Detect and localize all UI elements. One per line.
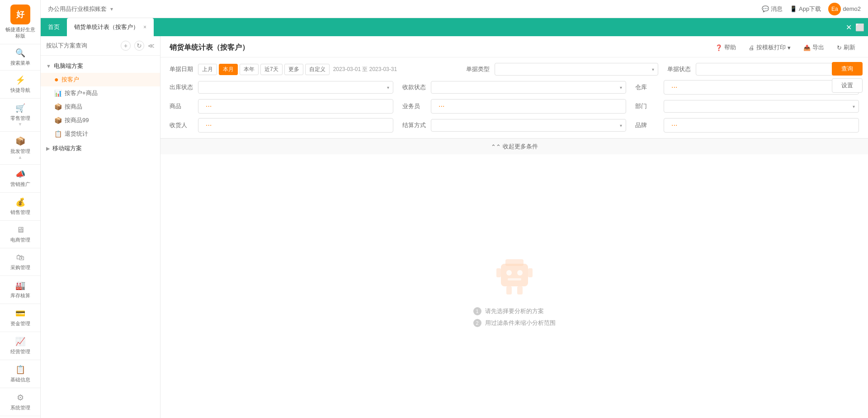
- salesperson-dots[interactable]: ···: [435, 101, 448, 111]
- payment-status-select[interactable]: ▾: [431, 81, 626, 94]
- sidebar-item-wholesale[interactable]: 📦 批发管理 ▲: [0, 132, 40, 165]
- shortcut-icon: ⚡: [15, 75, 25, 85]
- collapse-panel-button[interactable]: ≪: [148, 42, 155, 49]
- date-btn-custom[interactable]: 自定义: [305, 64, 330, 75]
- logo-text: 畅捷通好生意 标版: [5, 26, 35, 39]
- sidebar-item-system[interactable]: ⚙ 系统管理: [0, 388, 40, 416]
- sidebar-item-inventory[interactable]: 🏭 库存核算: [0, 276, 40, 304]
- department-arrow: ▾: [849, 104, 855, 109]
- message-icon: 💬: [762, 5, 769, 12]
- user-menu[interactable]: Ea demo2: [828, 3, 861, 15]
- tree-item-by-goods99[interactable]: 📦 按商品99: [41, 114, 160, 127]
- tree-item-by-goods[interactable]: 📦 按商品: [41, 100, 160, 114]
- maximize-icon[interactable]: ⬜: [855, 23, 864, 32]
- sidebar-item-retail[interactable]: 🛒 零售管理 ▼: [0, 99, 40, 132]
- settlement-arrow: ▾: [616, 123, 622, 128]
- sidebar: 好 畅捷通好生意 标版 🔍 搜索菜单 ⚡ 快捷导航 🛒 零售管理 ▼ 📦 批发管…: [0, 0, 41, 418]
- app-download-button[interactable]: 📱 App下载: [790, 5, 821, 13]
- close-window-icon[interactable]: ✕: [846, 23, 852, 32]
- payment-status-label: 收款状态: [402, 83, 427, 91]
- logo-icon: 好: [10, 5, 30, 24]
- filter-department: 部门 ▾: [635, 100, 859, 113]
- header-dropdown[interactable]: ▾: [110, 6, 113, 12]
- sidebar-item-shortcut[interactable]: ⚡ 快捷导航: [0, 71, 40, 99]
- filter-brand: 品牌 ···: [635, 118, 859, 133]
- sidebar-item-enterprise[interactable]: 🤝 企业协同: [0, 416, 40, 418]
- tree-item-by-customer[interactable]: ● 按客户: [41, 73, 160, 86]
- warehouse-select[interactable]: ···: [664, 80, 859, 95]
- date-btn-this-month[interactable]: 本月: [219, 64, 238, 75]
- sidebar-item-operations[interactable]: 📈 经营管理: [0, 332, 40, 360]
- goods-dots[interactable]: ···: [202, 101, 215, 111]
- out-status-arrow: ▾: [383, 85, 389, 90]
- scheme-tree: ▼ 电脑端方案 ● 按客户 📊 按客户+商品 📦 按商品: [41, 56, 160, 160]
- date-btn-more[interactable]: 更多: [284, 64, 303, 75]
- tab-sales-stats[interactable]: 销货单统计表（按客户） ×: [67, 18, 154, 36]
- print-button[interactable]: 🖨 按模板打印 ▾: [745, 42, 794, 53]
- goods-label: 商品: [170, 102, 194, 110]
- settlement-label: 结算方式: [402, 121, 427, 129]
- svg-point-3: [517, 270, 523, 276]
- sidebar-search[interactable]: 🔍 搜索菜单: [0, 44, 40, 71]
- doc-type-select[interactable]: ▾: [495, 63, 658, 76]
- sidebar-item-marketing[interactable]: 📣 营销推广: [0, 165, 40, 193]
- filter-receiver: 收货人 ···: [170, 118, 393, 133]
- filter-warehouse: 仓库 ···: [635, 80, 859, 95]
- brand-dots[interactable]: ···: [668, 120, 681, 130]
- help-button[interactable]: ❓ 帮助: [712, 42, 740, 53]
- sidebar-item-basic[interactable]: 📋 基础信息: [0, 360, 40, 388]
- settlement-select[interactable]: ▾: [431, 119, 626, 132]
- date-btn-last-month[interactable]: 上月: [198, 64, 217, 75]
- refresh-icon: ↻: [837, 44, 842, 51]
- tab-home[interactable]: 首页: [41, 18, 67, 36]
- out-status-select[interactable]: ▾: [198, 81, 393, 94]
- add-scheme-button[interactable]: +: [121, 41, 131, 51]
- settings-button[interactable]: 设置: [832, 78, 863, 93]
- brand-label: 品牌: [635, 121, 660, 129]
- empty-illustration: [487, 246, 542, 300]
- query-button[interactable]: 查询: [832, 62, 863, 76]
- date-btn-this-year[interactable]: 本年: [240, 64, 259, 75]
- brand-input[interactable]: ···: [664, 118, 859, 133]
- salesperson-input[interactable]: ···: [431, 99, 626, 114]
- filter-doc-status: 单据状态 ▾: [667, 63, 859, 76]
- svg-rect-0: [501, 264, 528, 286]
- date-btn-7days[interactable]: 近7天: [260, 64, 283, 75]
- goods-icon-1: 📦: [54, 103, 62, 110]
- refresh-button[interactable]: ↻ 刷新: [833, 42, 859, 53]
- department-select[interactable]: ▾: [664, 100, 859, 113]
- salesperson-label: 业务员: [402, 102, 427, 110]
- tree-item-by-customer-goods[interactable]: 📊 按客户+商品: [41, 86, 160, 100]
- sidebar-item-finance[interactable]: 💳 资金管理: [0, 304, 40, 332]
- filter-row-3: 商品 ··· 业务员 ··· 部门: [170, 99, 859, 114]
- header-left: 办公用品行业模拟账套 ▾: [48, 5, 113, 13]
- receiver-dots[interactable]: ···: [202, 120, 215, 130]
- page-header: 销货单统计表（按客户） ❓ 帮助 🖨 按模板打印 ▾ 📤 导出: [160, 36, 868, 57]
- export-button[interactable]: 📤 导出: [800, 42, 828, 53]
- left-panel-title: 按以下方案查询: [46, 42, 87, 50]
- filter-out-status: 出库状态 ▾: [170, 81, 393, 94]
- sidebar-logo[interactable]: 好 畅捷通好生意 标版: [0, 0, 40, 44]
- svg-rect-5: [496, 268, 501, 277]
- sidebar-item-ecommerce[interactable]: 🖥 电商管理: [0, 221, 40, 248]
- tree-item-return-stats[interactable]: 📋 退货统计: [41, 127, 160, 141]
- ecommerce-icon: 🖥: [16, 225, 24, 235]
- finance-icon: 💳: [15, 309, 25, 318]
- goods-input[interactable]: ···: [198, 99, 393, 114]
- left-panel-actions: + ↻ ≪: [121, 41, 155, 51]
- warehouse-dots[interactable]: ···: [668, 82, 681, 92]
- sidebar-item-purchase[interactable]: 🛍 采购管理: [0, 248, 40, 276]
- collapse-more-button[interactable]: ⌃⌃ 收起更多条件: [160, 138, 868, 154]
- tab-close-icon[interactable]: ×: [143, 24, 146, 30]
- receiver-input[interactable]: ···: [198, 118, 393, 133]
- sidebar-item-sales[interactable]: 💰 销售管理: [0, 193, 40, 221]
- main-area: 办公用品行业模拟账套 ▾ 💬 消息 📱 App下载 Ea demo2 首页 销货…: [41, 0, 868, 418]
- doc-type-label: 单据类型: [466, 65, 491, 73]
- svg-rect-4: [508, 278, 521, 280]
- warehouse-label: 仓库: [635, 83, 660, 91]
- tip-num-2: 2: [473, 319, 481, 327]
- refresh-scheme-button[interactable]: ↻: [134, 41, 144, 51]
- message-button[interactable]: 💬 消息: [762, 5, 783, 13]
- tree-group-mobile-header[interactable]: ▶ 移动端方案: [41, 142, 160, 155]
- tree-group-pc-header[interactable]: ▼ 电脑端方案: [41, 59, 160, 73]
